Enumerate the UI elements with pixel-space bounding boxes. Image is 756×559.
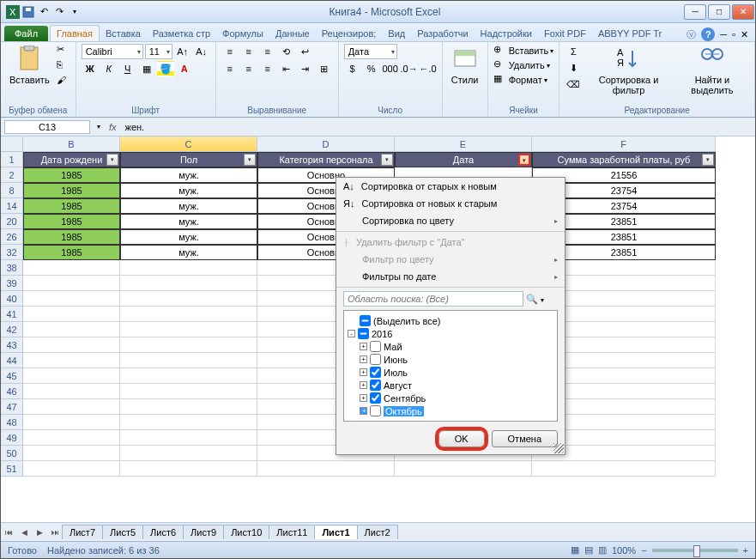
cell[interactable] (120, 353, 257, 368)
redo-icon[interactable]: ↷ (52, 5, 66, 19)
tree-item[interactable]: +Июль (348, 366, 553, 379)
filter-button[interactable]: ▾ (244, 154, 256, 166)
cell[interactable] (23, 276, 120, 291)
cell[interactable]: муж. (120, 198, 257, 214)
tree-item[interactable]: (Выделить все) (348, 314, 553, 327)
tab-nav-prev[interactable]: ◀ (16, 525, 32, 540)
help-icon[interactable]: ? (701, 27, 715, 41)
search-icon[interactable]: 🔍 (526, 294, 538, 304)
row-header[interactable]: 41 (1, 307, 23, 322)
row-header[interactable]: 47 (1, 399, 23, 415)
font-name-combo[interactable]: Calibri (82, 44, 143, 59)
row-headers[interactable]: 128142026323839404142434445464748495051 (1, 152, 23, 477)
paste-button[interactable]: Вставить (6, 44, 53, 87)
dec-indent-icon[interactable]: ⇤ (278, 61, 295, 76)
tree-item[interactable]: +Октябрь (348, 404, 553, 417)
font-color-icon[interactable]: A (176, 61, 193, 76)
view-pagebreak-icon[interactable]: ▥ (598, 544, 607, 556)
tree-checkbox[interactable] (370, 392, 381, 404)
column-headers[interactable]: BCDEF (23, 137, 755, 152)
row-header[interactable]: 46 (1, 384, 23, 399)
expand-icon[interactable]: - (348, 330, 355, 337)
workbook-minimize-icon[interactable]: ─ (720, 29, 727, 39)
format-cells-button[interactable]: ▦Формат▾ (493, 73, 547, 87)
merge-icon[interactable]: ⊞ (316, 61, 333, 76)
search-dropdown-icon[interactable]: ▾ (541, 296, 544, 304)
filter-button[interactable]: ▾ (381, 154, 393, 166)
fill-color-icon[interactable]: 🪣 (157, 61, 174, 76)
sort-oldest-newest[interactable]: A↓ Сортировка от старых к новым (336, 178, 565, 195)
cell[interactable] (532, 461, 716, 477)
tab-file[interactable]: Файл (4, 26, 48, 41)
cell[interactable] (23, 307, 120, 322)
zoom-level[interactable]: 100% (612, 545, 636, 556)
cell[interactable] (23, 461, 120, 477)
tree-item[interactable]: +Июнь (348, 353, 553, 366)
zoom-slider[interactable] (652, 549, 738, 552)
close-button[interactable]: ✕ (732, 4, 754, 20)
cell[interactable]: 1985 (23, 198, 120, 214)
cell[interactable] (120, 415, 257, 430)
sheet-tab[interactable]: Лист6 (142, 525, 184, 539)
name-box-dropdown-icon[interactable]: ▾ (94, 123, 104, 131)
inc-indent-icon[interactable]: ⇥ (297, 61, 314, 76)
view-layout-icon[interactable]: ▤ (584, 544, 593, 556)
align-right-icon[interactable]: ≡ (259, 61, 276, 76)
wrap-text-icon[interactable]: ↩ (297, 44, 314, 59)
cell[interactable] (120, 307, 257, 322)
tab-nav-first[interactable]: ⏮ (1, 525, 16, 540)
name-box[interactable]: C13 (4, 120, 90, 134)
cell[interactable]: муж. (120, 245, 257, 260)
row-header[interactable]: 32 (1, 245, 23, 260)
row-header[interactable]: 1 (1, 152, 23, 167)
row-header[interactable]: 50 (1, 446, 23, 461)
filter-button[interactable]: ▾ (518, 154, 530, 166)
tree-item[interactable]: -2016 (348, 327, 553, 340)
cut-icon[interactable]: ✂ (57, 44, 70, 58)
tree-checkbox[interactable] (370, 341, 381, 352)
tab-addins[interactable]: Надстройки (475, 26, 538, 41)
row-header[interactable]: 45 (1, 368, 23, 384)
font-size-combo[interactable]: 11 (145, 44, 172, 59)
align-left-icon[interactable]: ≡ (221, 61, 239, 76)
resize-grip-icon[interactable] (553, 443, 564, 453)
sort-by-color[interactable]: Сортировка по цвету ▸ (336, 212, 565, 229)
tab-data[interactable]: Данные (269, 26, 316, 41)
sheet-tab[interactable]: Лист1 (314, 525, 357, 539)
sort-newest-oldest[interactable]: Я↓ Сортировка от новых к старым (336, 195, 565, 212)
dec-decimal-icon[interactable]: ←.0 (420, 61, 437, 76)
cell[interactable]: муж. (120, 183, 257, 198)
filter-search-input[interactable] (343, 291, 523, 307)
tab-abbyy[interactable]: ABBYY PDF Tr (592, 26, 668, 41)
align-bot-icon[interactable]: ≡ (259, 44, 276, 59)
row-header[interactable]: 48 (1, 415, 23, 430)
align-top-icon[interactable]: ≡ (221, 44, 239, 59)
filter-button[interactable]: ▾ (106, 154, 118, 166)
cell[interactable]: муж. (120, 214, 257, 229)
cell[interactable] (23, 353, 120, 368)
cell[interactable]: муж. (120, 229, 257, 245)
italic-icon[interactable]: К (100, 61, 118, 76)
tab-view[interactable]: Вид (382, 26, 411, 41)
orientation-icon[interactable]: ⟲ (278, 44, 295, 59)
tab-insert[interactable]: Вставка (100, 26, 147, 41)
row-header[interactable]: 39 (1, 276, 23, 291)
row-header[interactable]: 40 (1, 291, 23, 307)
cell[interactable] (120, 337, 257, 353)
find-select-button[interactable]: Найти и выделить (675, 44, 749, 97)
workbook-close-icon[interactable]: ✕ (741, 29, 748, 40)
tree-checkbox[interactable] (360, 315, 371, 326)
cell[interactable] (120, 291, 257, 307)
tab-formulas[interactable]: Формулы (216, 26, 269, 41)
cell[interactable] (23, 415, 120, 430)
expand-icon[interactable]: + (360, 381, 367, 389)
qat-dropdown-icon[interactable]: ▾ (68, 5, 82, 19)
formula-input[interactable]: жен. (122, 122, 755, 132)
cell[interactable]: муж. (120, 167, 257, 183)
row-header[interactable]: 44 (1, 353, 23, 368)
tab-review[interactable]: Рецензиров; (316, 26, 383, 41)
cell[interactable] (23, 337, 120, 353)
align-center-icon[interactable]: ≡ (240, 61, 257, 76)
sheet-tab[interactable]: Лист11 (269, 525, 315, 539)
col-header-C[interactable]: C (120, 137, 257, 152)
